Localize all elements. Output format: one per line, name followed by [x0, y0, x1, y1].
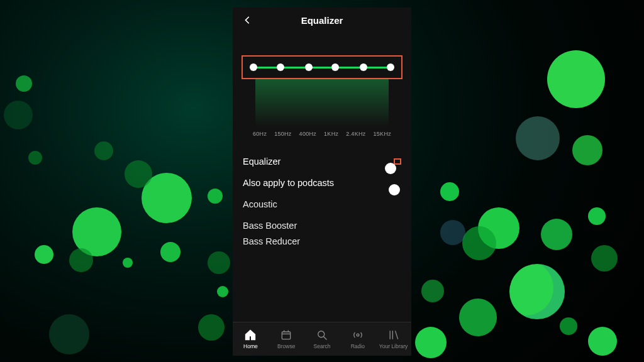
freq-label: 400Hz: [299, 131, 317, 137]
tab-home[interactable]: Home: [233, 322, 269, 356]
radio-icon: [352, 329, 364, 341]
tab-library[interactable]: Your Library: [375, 322, 411, 356]
equalizer-glow: [255, 79, 389, 127]
tab-label: Home: [243, 343, 258, 349]
back-button[interactable]: [242, 14, 254, 26]
library-icon: [387, 329, 400, 341]
eq-band-15khz[interactable]: [387, 63, 394, 71]
tab-bar: Home Browse Search Radio Your Library: [233, 322, 411, 356]
preset-bass-booster[interactable]: Bass Booster: [233, 215, 411, 236]
home-icon: [244, 329, 257, 341]
eq-band-400hz[interactable]: [305, 63, 313, 71]
frequency-labels: 60Hz 150Hz 400Hz 1KHz 2.4KHz 15KHz: [242, 127, 402, 137]
preset-label: Acoustic: [243, 199, 277, 209]
preset-label: Bass Booster: [243, 221, 297, 231]
tab-browse[interactable]: Browse: [269, 322, 304, 356]
freq-label: 15KHz: [373, 131, 391, 137]
freq-label: 60Hz: [253, 131, 267, 137]
tab-search[interactable]: Search: [304, 322, 340, 356]
header: Equalizer: [233, 8, 411, 33]
eq-band-2-4khz[interactable]: [360, 63, 367, 71]
setting-podcasts-row: Also apply to podcasts: [233, 172, 411, 194]
eq-band-1khz[interactable]: [331, 63, 339, 71]
phone-frame: Equalizer 60Hz 150Hz 400Hz 1KHz 2.4KHz 1…: [233, 8, 411, 356]
eq-band-150hz[interactable]: [277, 63, 284, 71]
settings-list: Equalizer Also apply to podcasts Acousti…: [233, 151, 411, 322]
browse-icon: [280, 329, 292, 341]
svg-rect-0: [282, 332, 291, 339]
eq-band-60hz[interactable]: [250, 63, 257, 71]
preset-acoustic[interactable]: Acoustic: [233, 194, 411, 215]
chevron-left-icon: [243, 16, 252, 25]
freq-label: 2.4KHz: [346, 131, 365, 137]
setting-label: Equalizer: [243, 156, 280, 167]
equalizer-bands-highlight: [242, 55, 402, 79]
setting-label: Also apply to podcasts: [243, 178, 334, 188]
freq-label: 150Hz: [274, 131, 292, 137]
equalizer-bands: [248, 60, 396, 74]
tab-label: Radio: [351, 343, 365, 349]
page-title: Equalizer: [233, 15, 411, 26]
equalizer-track: [250, 67, 394, 69]
freq-label: 1KHz: [324, 131, 338, 137]
tab-label: Search: [314, 343, 331, 349]
svg-point-1: [318, 331, 325, 337]
tab-radio[interactable]: Radio: [340, 322, 375, 356]
tab-label: Your Library: [379, 343, 408, 349]
preset-label: Bass Reducer: [243, 236, 300, 246]
svg-point-2: [357, 334, 359, 336]
setting-equalizer-row: Equalizer: [233, 151, 411, 172]
preset-bass-reducer-truncated[interactable]: Bass Reducer: [233, 236, 411, 248]
tab-label: Browse: [277, 343, 295, 349]
search-icon: [316, 329, 328, 341]
equalizer-toggle-highlight: [394, 158, 401, 165]
equalizer-panel: 60Hz 150Hz 400Hz 1KHz 2.4KHz 15KHz: [233, 55, 411, 137]
